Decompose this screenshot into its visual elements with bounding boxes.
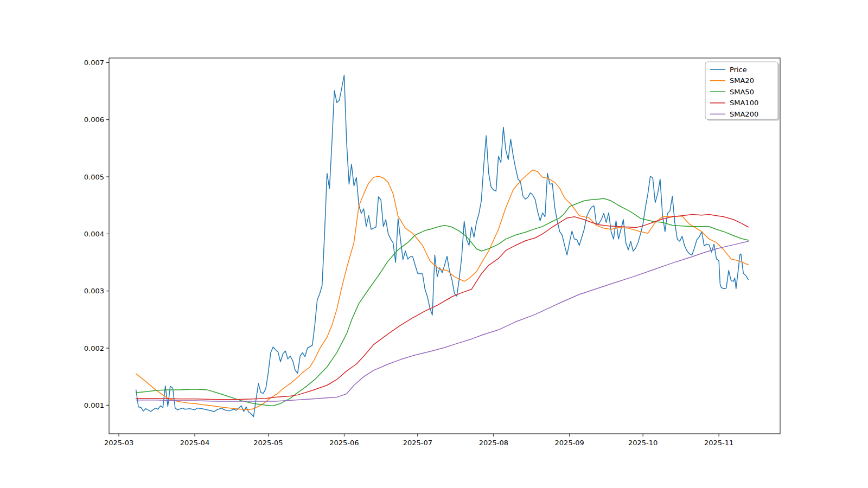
plot-background [109,58,780,434]
legend-label: SMA100 [730,99,758,107]
x-tick-label: 2025-04 [180,439,209,447]
y-tick-label: 0.002 [84,344,104,352]
y-tick-label: 0.007 [84,59,104,67]
legend-label: SMA200 [730,110,758,118]
plot-area [109,58,780,434]
x-tick-label: 2025-08 [479,439,508,447]
x-tick-label: 2025-05 [253,439,283,447]
y-axis: 0.0010.0020.0030.0040.0050.0060.007 [84,59,109,409]
legend-label: SMA50 [730,88,754,96]
price-sma-line-chart: 2025-032025-042025-052025-062025-072025-… [0,0,868,488]
y-tick-label: 0.001 [84,401,104,409]
x-tick-label: 2025-10 [628,439,658,447]
legend: PriceSMA20SMA50SMA100SMA200 [705,62,780,121]
x-axis: 2025-032025-042025-052025-062025-072025-… [104,434,733,447]
x-tick-label: 2025-09 [555,439,584,447]
y-tick-label: 0.004 [84,230,104,238]
y-tick-label: 0.005 [84,173,104,181]
chart-figure: 2025-032025-042025-052025-062025-072025-… [0,0,868,488]
y-tick-label: 0.006 [84,115,104,124]
x-tick-label: 2025-07 [403,439,432,447]
x-tick-label: 2025-06 [329,439,359,447]
x-tick-label: 2025-03 [104,439,133,447]
y-tick-label: 0.003 [84,287,104,295]
x-tick-label: 2025-11 [704,439,733,447]
legend-label: Price [730,66,747,74]
legend-label: SMA20 [730,76,754,85]
